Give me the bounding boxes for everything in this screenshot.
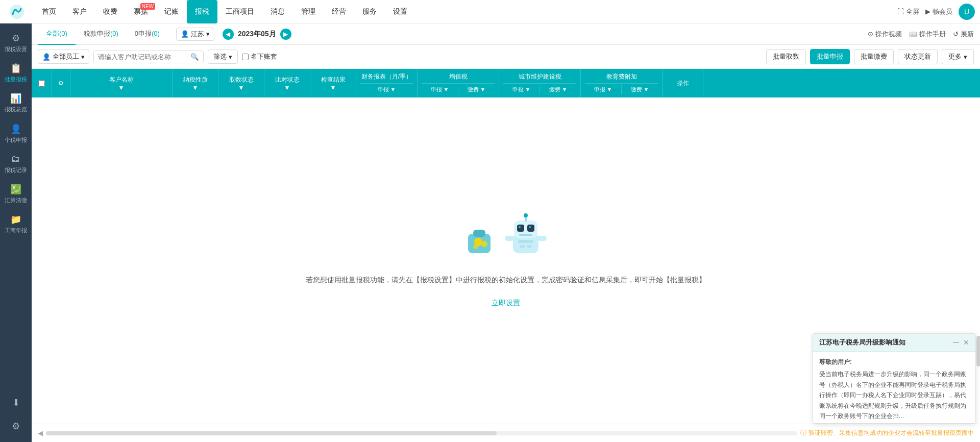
nav-billing[interactable]: 收费 [95, 0, 126, 23]
batch-fetch-btn[interactable]: 批量取数 [766, 49, 806, 64]
filter-btn[interactable]: 筛选 ▾ [208, 50, 238, 64]
th-gear[interactable]: ⚙ [52, 69, 70, 97]
fullscreen-icon: ⛶ [897, 8, 904, 15]
horizontal-scrollbar[interactable] [46, 431, 797, 435]
search-wrap: 🔍 [93, 51, 204, 63]
nav-home[interactable]: 首页 [34, 0, 64, 23]
filter-icon-sm[interactable]: ▼ [562, 86, 568, 92]
video-link[interactable]: ⊙ 操作视频 [868, 30, 902, 39]
nav-tax[interactable]: 报税 [187, 0, 217, 23]
th-taxtype: 纳税性质 ▼ [173, 69, 218, 97]
sidebar-item-download[interactable]: ⬇ [8, 392, 23, 413]
tab-zero-declare[interactable]: 0申报 (0) [127, 23, 168, 45]
notif-scrollbar [975, 334, 980, 423]
sidebar-item-annual-report[interactable]: 📁 工商年报 [0, 209, 32, 239]
logo[interactable] [5, 0, 29, 23]
nav-operation[interactable]: 经营 [324, 0, 354, 23]
gear-icon: ⚙ [58, 80, 64, 87]
filter-icon[interactable]: ▼ [284, 84, 290, 91]
search-input[interactable] [94, 51, 186, 63]
filter-icon-sm[interactable]: ▼ [644, 86, 649, 92]
th-check[interactable] [32, 69, 52, 97]
nav-items: 首页 客户 收费 票据 NEW 记账 报税 工商项目 消息 管理 经营 服务 设… [34, 0, 897, 23]
sidebar-bottom: ⬇ ⚙ [8, 392, 23, 442]
fullscreen-btn[interactable]: ⛶ 全屏 [897, 7, 919, 16]
svg-rect-17 [537, 236, 547, 241]
nav-service[interactable]: 服务 [354, 0, 385, 23]
filter-icon-sm[interactable]: ▼ [607, 86, 612, 92]
tab-all[interactable]: 全部 (0) [38, 23, 76, 45]
annual-report-icon: 📁 [10, 214, 21, 225]
toolbar: 👤 全部员工 ▾ 🔍 筛选 ▾ 名下账套 批量取数 批量申报 批量缴费 状态更新 [32, 45, 980, 69]
nav-accounting[interactable]: 记账 [156, 0, 187, 23]
employee-icon: 👤 [42, 53, 51, 61]
scroll-left-btn[interactable]: ◀ [38, 429, 43, 437]
employee-select[interactable]: 👤 全部员工 ▾ [38, 50, 89, 64]
manual-link[interactable]: 📖 操作手册 [909, 30, 946, 39]
status-update-btn[interactable]: 状态更新 [898, 49, 938, 64]
th-finance: 财务报表（月/季） 申报 ▼ [356, 69, 418, 97]
sidebar-item-settlement[interactable]: 💹 汇算清缴 [0, 179, 32, 209]
svg-rect-13 [519, 234, 532, 236]
notif-minus-btn[interactable]: — [953, 339, 959, 346]
nav-business[interactable]: 工商项目 [217, 0, 262, 23]
tax-records-icon: 🗂 [10, 154, 21, 165]
sidebar-label-settlement: 汇算清缴 [5, 197, 27, 204]
sidebar-label-tax-records: 报税记录 [5, 167, 27, 174]
filter-icon[interactable]: ▼ [192, 84, 199, 91]
svg-point-1 [12, 13, 14, 15]
th-name: 客户名称 ▼ [70, 69, 173, 97]
filter-icon-sm[interactable]: ▼ [444, 86, 449, 92]
bottom-bar: ◀ ⓘ 验证账密、采集信息均成功的企业才会流转至批量报税页面中 [32, 424, 980, 442]
prev-month-btn[interactable]: ◀ [223, 29, 234, 40]
sidebar-item-personal-tax[interactable]: 👤 个税申报 [0, 118, 32, 149]
tab-tax-declare[interactable]: 税款申报 (0) [76, 23, 127, 45]
checkbox-wrap[interactable]: 名下账套 [242, 52, 277, 61]
sidebar-label-batch-tax: 批量报税 [5, 76, 27, 83]
notif-title: 江苏电子税务局升级影响通知 [819, 338, 905, 347]
sidebar-item-tax-records[interactable]: 🗂 报税记录 [0, 149, 32, 179]
sub-tabs: 全部 (0) 税款申报 (0) 0申报 (0) 👤 江苏 ▾ ◀ 2023年05… [32, 23, 980, 45]
notif-close-btn[interactable]: ✕ [963, 338, 969, 347]
sidebar-label-tax-settings: 报税设置 [5, 46, 27, 53]
nav-manage[interactable]: 管理 [293, 0, 324, 23]
nav-settings[interactable]: 设置 [385, 0, 415, 23]
refresh-link[interactable]: ↺ 展新 [953, 30, 974, 39]
batch-tax-icon: 📋 [10, 63, 21, 74]
sidebar-item-tax-overview[interactable]: 📊 报税总览 [0, 88, 32, 118]
notification-panel: 江苏电子税务局升级影响通知 — ✕ 尊敬的用户: 受当前电子税务局进一步升级的影… [813, 333, 976, 424]
notif-greeting: 尊敬的用户: [819, 357, 969, 367]
filter-icon-sm[interactable]: ▼ [525, 86, 531, 92]
filter-icon[interactable]: ▼ [330, 84, 336, 91]
nav-message[interactable]: 消息 [262, 0, 293, 23]
filter-icon[interactable]: ▼ [238, 84, 244, 91]
filter-icon-sm[interactable]: ▼ [390, 86, 396, 92]
account-checkbox[interactable] [242, 54, 249, 60]
fullscreen-label: 全屏 [906, 7, 919, 16]
next-month-btn[interactable]: ▶ [280, 29, 291, 40]
filter-icon-sm[interactable]: ▼ [480, 86, 486, 92]
more-btn[interactable]: 更多 ▾ [942, 49, 974, 64]
setup-link[interactable]: 立即设置 [492, 299, 520, 308]
video-icon: ⊙ [868, 30, 873, 38]
sidebar-item-batch-tax[interactable]: 📋 批量报税 [0, 58, 32, 88]
member-icon: ▶ [925, 8, 930, 15]
sidebar-item-settings[interactable]: ⚙ [8, 415, 23, 437]
nav-customer[interactable]: 客户 [64, 0, 95, 23]
batch-pay-btn[interactable]: 批量缴费 [854, 49, 894, 64]
batch-declare-btn[interactable]: 批量申报 [810, 49, 850, 64]
svg-rect-19 [520, 245, 525, 248]
svg-point-5 [481, 241, 487, 247]
avatar[interactable]: U [959, 4, 975, 20]
nav-invoice[interactable]: 票据 NEW [126, 0, 156, 23]
member-btn[interactable]: ▶ 畅会员 [925, 7, 952, 16]
select-all-checkbox[interactable] [38, 80, 45, 87]
search-button[interactable]: 🔍 [186, 51, 203, 63]
province-select[interactable]: 👤 江苏 ▾ [176, 28, 214, 41]
nav-right: ⛶ 全屏 ▶ 畅会员 U [897, 4, 975, 20]
filter-icon[interactable]: ▼ [118, 84, 125, 91]
filter-label: 筛选 [213, 52, 227, 61]
settings-icon: ⚙ [10, 421, 21, 432]
notif-scroll-thumb[interactable] [976, 336, 980, 366]
sidebar-item-tax-settings[interactable]: ⚙ 报税设置 [0, 28, 32, 58]
